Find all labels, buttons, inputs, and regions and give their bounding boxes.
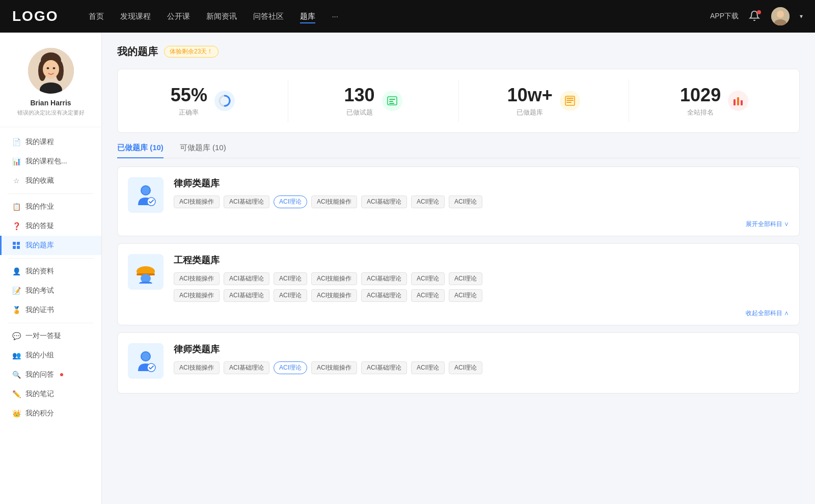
- book-icon: [560, 91, 580, 111]
- tag-2r2-1[interactable]: ACI基础理论: [224, 289, 269, 302]
- qbank-title-3: 律师类题库: [174, 343, 789, 355]
- qbank-card-header-1: 律师类题库 ACI技能操作 ACI基础理论 ACI理论 ACI技能操作 ACI基…: [128, 177, 789, 213]
- nav-open-course[interactable]: 公开课: [167, 10, 190, 23]
- sidebar-item-cert[interactable]: 🏅 我的证书: [0, 300, 101, 320]
- pencil-icon: ✏️: [12, 390, 20, 398]
- sidebar-menu: 📄 我的课程 📊 我的课程包... ☆ 我的收藏 📋 我的作业 ❓ 我的答疑: [0, 127, 101, 428]
- menu-label-points: 我的积分: [25, 409, 54, 418]
- qbank-card-lawyer-2: 律师类题库 ACI技能操作 ACI基础理论 ACI理论 ACI技能操作 ACI基…: [117, 332, 800, 394]
- sidebar-item-group[interactable]: 👥 我的小组: [0, 346, 101, 365]
- sidebar-item-course-pack[interactable]: 📊 我的课程包...: [0, 152, 101, 171]
- list-icon: [382, 91, 402, 111]
- sidebar-item-points[interactable]: 👑 我的积分: [0, 404, 101, 423]
- tags-row-2-r1: ACI技能操作 ACI基础理论 ACI理论 ACI技能操作 ACI基础理论 AC…: [174, 272, 789, 285]
- avatar[interactable]: [771, 7, 790, 25]
- nav-home[interactable]: 首页: [89, 10, 104, 23]
- tag-3-4[interactable]: ACI基础理论: [361, 361, 407, 374]
- sidebar-item-profile[interactable]: 👤 我的资料: [0, 262, 101, 281]
- qbank-card-header-3: 律师类题库 ACI技能操作 ACI基础理论 ACI理论 ACI技能操作 ACI基…: [128, 343, 789, 379]
- tag-3-1[interactable]: ACI基础理论: [224, 361, 269, 374]
- tab-done[interactable]: 已做题库 (10): [117, 143, 164, 158]
- nav-more[interactable]: ···: [332, 10, 338, 23]
- qbank-card-lawyer-1: 律师类题库 ACI技能操作 ACI基础理论 ACI理论 ACI技能操作 ACI基…: [117, 166, 800, 236]
- svg-rect-14: [13, 246, 16, 249]
- tag-1-6[interactable]: ACI理论: [449, 195, 482, 208]
- sidebar-item-notes[interactable]: ✏️ 我的笔记: [0, 384, 101, 404]
- tab-todo[interactable]: 可做题库 (10): [180, 143, 226, 158]
- sidebar-divider-1: [8, 193, 93, 194]
- menu-label-notes: 我的笔记: [25, 389, 54, 399]
- tag-1-3[interactable]: ACI技能操作: [311, 195, 357, 208]
- notification-bell[interactable]: [749, 10, 761, 22]
- sidebar-item-courses[interactable]: 📄 我的课程: [0, 132, 101, 152]
- people-icon: 👤: [12, 267, 20, 275]
- question-icon: ❓: [12, 222, 20, 230]
- tag-2r2-6[interactable]: ACI理论: [449, 289, 482, 302]
- svg-rect-13: [17, 242, 20, 245]
- tag-2r2-5[interactable]: ACI理论: [411, 289, 445, 302]
- menu-label-courses: 我的课程: [25, 137, 54, 147]
- clipboard-icon: 📋: [12, 203, 20, 211]
- qbank-card-engineer: 工程类题库 ACI技能操作 ACI基础理论 ACI理论 ACI技能操作 ACI基…: [117, 243, 800, 325]
- tag-2-4[interactable]: ACI基础理论: [361, 272, 407, 285]
- collapse-link-2[interactable]: 收起全部科目 ∧: [128, 309, 789, 318]
- app-download[interactable]: APP下载: [710, 12, 739, 21]
- menu-label-1on1: 一对一答疑: [25, 331, 61, 341]
- svg-point-8: [43, 60, 59, 78]
- tag-2-1[interactable]: ACI基础理论: [224, 272, 269, 285]
- chevron-down-icon[interactable]: ▾: [800, 13, 803, 20]
- tag-1-4[interactable]: ACI基础理论: [361, 195, 407, 208]
- sidebar-divider-2: [8, 258, 93, 259]
- menu-label-cert: 我的证书: [25, 305, 54, 315]
- nav-bar: 首页 发现课程 公开课 新闻资讯 问答社区 题库 ···: [89, 10, 710, 23]
- menu-label-myqa: 我的问答: [25, 370, 54, 379]
- svg-rect-15: [17, 246, 20, 249]
- menu-label-exam: 我的考试: [25, 286, 54, 295]
- tag-3-6[interactable]: ACI理论: [449, 361, 482, 374]
- sidebar-item-exam[interactable]: 📝 我的考试: [0, 281, 101, 300]
- navbar: LOGO 首页 发现课程 公开课 新闻资讯 问答社区 题库 ··· APP下载: [0, 0, 815, 33]
- sidebar-item-favorites[interactable]: ☆ 我的收藏: [0, 171, 101, 190]
- svg-point-1: [777, 11, 784, 18]
- tag-2-0[interactable]: ACI技能操作: [174, 272, 220, 285]
- tag-2-2[interactable]: ACI理论: [274, 272, 307, 285]
- tag-2-6[interactable]: ACI理论: [449, 272, 482, 285]
- logo[interactable]: LOGO: [12, 8, 58, 24]
- avatar-image-large: [28, 48, 74, 94]
- engineer-icon: [133, 259, 158, 285]
- expand-link-1[interactable]: 展开全部科目 ∨: [128, 220, 789, 229]
- sidebar-item-1on1[interactable]: 💬 一对一答疑: [0, 326, 101, 346]
- tag-3-2-active[interactable]: ACI理论: [274, 361, 307, 374]
- stat-label-accuracy: 正确率: [171, 108, 207, 117]
- myqa-red-dot: [60, 373, 63, 376]
- sidebar-item-homework[interactable]: 📋 我的作业: [0, 197, 101, 216]
- tags-row-2-r2: ACI技能操作 ACI基础理论 ACI理论 ACI技能操作 ACI基础理论 AC…: [174, 289, 789, 302]
- tag-2r2-3[interactable]: ACI技能操作: [311, 289, 357, 302]
- sidebar-motto: 错误的决定比没有决定要好: [8, 109, 93, 117]
- tag-3-3[interactable]: ACI技能操作: [311, 361, 357, 374]
- tag-2-3[interactable]: ACI技能操作: [311, 272, 357, 285]
- page-title: 我的题库: [117, 45, 158, 59]
- tag-2r2-4[interactable]: ACI基础理论: [361, 289, 407, 302]
- sidebar-item-answers[interactable]: ❓ 我的答疑: [0, 216, 101, 236]
- nav-news[interactable]: 新闻资讯: [206, 10, 237, 23]
- menu-label-qbank: 我的题库: [25, 241, 54, 250]
- tag-1-2-active[interactable]: ACI理论: [274, 195, 307, 208]
- tag-3-0[interactable]: ACI技能操作: [174, 361, 220, 374]
- tag-1-5[interactable]: ACI理论: [411, 195, 445, 208]
- sidebar-item-myqa[interactable]: 🔍 我的问答: [0, 365, 101, 384]
- tag-3-5[interactable]: ACI理论: [411, 361, 445, 374]
- page-header: 我的题库 体验剩余23天！: [117, 45, 800, 59]
- nav-discover[interactable]: 发现课程: [120, 10, 151, 23]
- tag-2r2-0[interactable]: ACI技能操作: [174, 289, 220, 302]
- nav-qa[interactable]: 问答社区: [253, 10, 284, 23]
- nav-qbank[interactable]: 题库: [300, 10, 315, 23]
- cert-icon: 🏅: [12, 306, 20, 314]
- tag-1-1[interactable]: ACI基础理论: [224, 195, 269, 208]
- tag-2r2-2[interactable]: ACI理论: [274, 289, 307, 302]
- tag-1-0[interactable]: ACI技能操作: [174, 195, 220, 208]
- tag-2-5[interactable]: ACI理论: [411, 272, 445, 285]
- sidebar-avatar: [28, 48, 74, 94]
- group-icon: 👥: [12, 351, 20, 359]
- sidebar-item-qbank[interactable]: 我的题库: [0, 236, 101, 255]
